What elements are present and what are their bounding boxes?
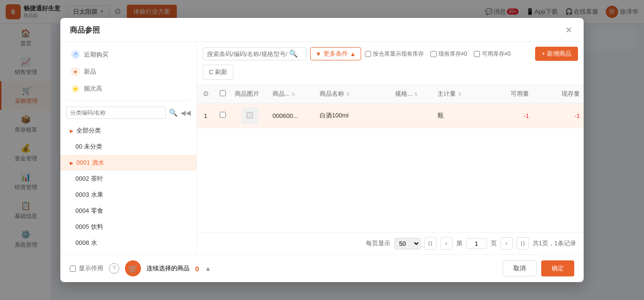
cat-appliance[interactable]: 0010 家电: [60, 251, 197, 254]
cell-num: 1: [197, 103, 214, 128]
table-wrap: ⚙ 商品图片 商品... ⇅ 商品名称 ⇅: [197, 85, 584, 232]
row-checkbox[interactable]: [220, 112, 226, 118]
cat-water[interactable]: 0008 水: [60, 235, 197, 251]
category-list: ▶ 全部分类 00 未分类 ▶ 0001 酒水 0002 茶叶 0003: [60, 123, 197, 254]
cat-all[interactable]: ▶ 全部分类: [60, 123, 197, 139]
help-icon[interactable]: ?: [109, 263, 119, 274]
cart-icon[interactable]: 🛒: [125, 260, 141, 276]
col-unit-header[interactable]: 主计量 ⇅: [434, 85, 476, 103]
sort-unit-icon: ⇅: [458, 92, 462, 97]
search-icon[interactable]: 🔍: [289, 50, 298, 58]
freq-icon: ⭐: [71, 84, 80, 93]
sort-code-icon: ⇅: [291, 92, 295, 97]
cat-arrow-alcohol: ▶: [70, 160, 74, 166]
col-unit-label: 主计量: [438, 90, 458, 97]
collapse-selection-icon[interactable]: ▲: [205, 265, 211, 272]
page-input[interactable]: [466, 238, 487, 249]
filter-up-icon: ▲: [350, 50, 356, 58]
product-search-input[interactable]: [207, 50, 287, 58]
dialog: 商品参照 ✕ ⏱ 近期购买 ★ 新品: [60, 18, 584, 282]
col-avail-header: 可用量: [476, 85, 533, 103]
cell-img: 🖼: [231, 103, 269, 128]
cat-arrow-all: ▶: [70, 128, 74, 133]
cell-name: 白酒100ml: [316, 103, 391, 128]
sort-name-icon: ⇅: [346, 92, 350, 97]
cat-uncategorized[interactable]: 00 未分类: [60, 139, 197, 155]
new-icon: ★: [71, 67, 80, 76]
page-first-btn[interactable]: ⟨⟨: [424, 237, 437, 250]
cell-avail: -1: [476, 103, 533, 128]
footer-buttons: 取消 确定: [503, 260, 574, 276]
col-spec-header[interactable]: 规格... ⇅: [391, 85, 434, 103]
col-code-header[interactable]: 商品... ⇅: [269, 85, 316, 103]
dialog-overlay: 商品参照 ✕ ⏱ 近期购买 ★ 新品: [0, 0, 644, 300]
col-settings-header: ⚙: [197, 85, 214, 103]
selected-count: 0: [195, 265, 199, 273]
warehouse-checkbox[interactable]: [365, 51, 371, 57]
page-suffix: 页: [491, 239, 497, 248]
category-search-icon[interactable]: 🔍: [169, 108, 178, 117]
tab-recent[interactable]: ⏱ 近期购买: [66, 47, 191, 63]
dialog-header: 商品参照 ✕: [60, 18, 584, 42]
col-stock-header: 现存量: [533, 85, 584, 103]
disabled-checkbox[interactable]: [70, 266, 76, 272]
select-all-checkbox[interactable]: [220, 90, 226, 96]
col-spec-label: 规格...: [395, 90, 414, 97]
cat-tea[interactable]: 0002 茶叶: [60, 171, 197, 187]
right-panel: 🔍 ▼ 更多条件 ▲ 按仓库显示现有库存 现: [197, 42, 584, 254]
filter-btn[interactable]: ▼ 更多条件 ▲: [310, 47, 361, 60]
cell-unit: 瓶: [434, 103, 476, 128]
cell-stock: -1: [533, 103, 584, 128]
filter-icon: ▼: [315, 50, 322, 58]
cell-spec: [391, 103, 434, 128]
cancel-btn[interactable]: 取消: [503, 260, 537, 276]
cat-alcohol[interactable]: ▶ 0001 酒水: [60, 155, 197, 171]
refresh-btn[interactable]: C 刷新: [203, 65, 233, 80]
cell-code: 000600...: [269, 103, 316, 128]
tab-new-products[interactable]: ★ 新品: [66, 64, 191, 80]
stock-checkbox[interactable]: [430, 51, 437, 57]
page-info: 共1页，1条记录: [533, 239, 576, 248]
checkbox-warehouse[interactable]: 按仓库显示现有库存: [365, 50, 424, 58]
cat-beverage[interactable]: 0005 饮料: [60, 219, 197, 235]
table-row[interactable]: 1 🖼 000600... 白酒100ml 瓶: [197, 103, 584, 128]
col-name-label: 商品名称: [320, 90, 346, 97]
collapse-icon[interactable]: ◀◀: [181, 109, 191, 117]
recent-icon: ⏱: [71, 50, 80, 59]
left-panel: ⏱ 近期购买 ★ 新品 ⭐ 频次高 🔍: [60, 42, 197, 254]
dialog-title: 商品参照: [70, 25, 100, 35]
search-bar: 🔍: [203, 47, 306, 60]
page-size-label: 每页显示: [366, 239, 390, 248]
checkbox-avail[interactable]: 可用库存≠0: [474, 50, 511, 58]
page-next-btn[interactable]: ›: [501, 237, 513, 250]
cat-snack[interactable]: 0004 零食: [60, 203, 197, 219]
dialog-footer: 显示停用 ? 🛒 连续选择的商品 0 ▲ 取消 确定: [60, 254, 584, 282]
page-last-btn[interactable]: ⟩⟩: [517, 237, 529, 250]
category-search-input[interactable]: [66, 107, 166, 119]
cat-fruit[interactable]: 0003 水果: [60, 187, 197, 203]
tab-frequent[interactable]: ⭐ 频次高: [66, 81, 191, 97]
pagination: 每页显示 10 20 50 100 ⟨⟨ ‹ 第 页 › ⟩⟩ 共1页，1条记录: [197, 232, 584, 254]
table-toolbar: 🔍 ▼ 更多条件 ▲ 按仓库显示现有库存 现: [197, 42, 584, 85]
show-disabled-checkbox[interactable]: 显示停用: [70, 264, 103, 273]
col-code-label: 商品...: [272, 90, 291, 97]
page-label: 第: [456, 239, 462, 248]
cell-check[interactable]: [214, 103, 231, 128]
page-prev-btn[interactable]: ‹: [440, 237, 453, 250]
avail-checkbox[interactable]: [474, 51, 480, 57]
confirm-btn[interactable]: 确定: [541, 260, 574, 276]
selected-label: 连续选择的商品: [147, 264, 190, 273]
sort-spec-icon: ⇅: [414, 92, 418, 97]
dialog-close-icon[interactable]: ✕: [563, 25, 574, 36]
checkbox-stock[interactable]: 现有库存≠0: [430, 50, 467, 58]
col-img-header: 商品图片: [231, 85, 269, 103]
page-size-select[interactable]: 10 20 50 100: [394, 238, 421, 250]
product-image: 🖼: [241, 107, 258, 124]
add-product-btn[interactable]: + 新增商品: [535, 47, 578, 61]
table-settings-icon[interactable]: ⚙: [203, 90, 209, 98]
col-name-header[interactable]: 商品名称 ⇅: [316, 85, 391, 103]
col-check-header: [214, 85, 231, 103]
dialog-body: ⏱ 近期购买 ★ 新品 ⭐ 频次高 🔍: [60, 42, 584, 254]
